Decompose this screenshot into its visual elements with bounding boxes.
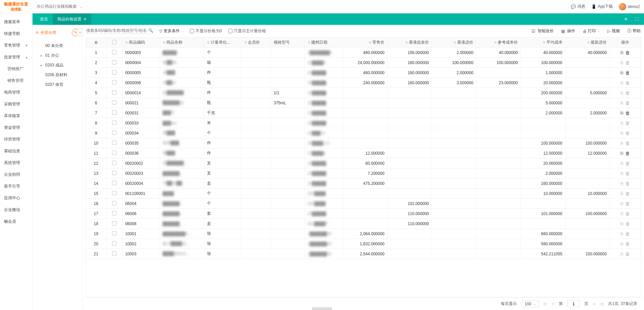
table-row[interactable]: 10000003█████个2███████0480.000000156.000… bbox=[86, 48, 641, 58]
copy-icon[interactable]: ⎘ bbox=[621, 151, 623, 156]
sidebar-item[interactable]: 企业微信 bbox=[0, 204, 32, 216]
col-checkbox[interactable] bbox=[106, 38, 122, 48]
cell-checkbox[interactable] bbox=[106, 249, 122, 259]
sidebar-item[interactable]: 系统管理 bbox=[0, 157, 32, 169]
table-row[interactable]: 1910001████████A...张2██████052,064.00000… bbox=[86, 229, 641, 239]
checkbox-icon[interactable] bbox=[112, 50, 116, 54]
table-row[interactable]: 1706006██████...套20█████110.000000101.00… bbox=[86, 209, 641, 219]
operations-button[interactable]: 操作 bbox=[561, 28, 575, 34]
copy-icon[interactable]: ⎘ bbox=[621, 60, 623, 65]
delete-icon[interactable]: 🗑 bbox=[625, 171, 630, 176]
next-page-button[interactable]: > bbox=[593, 302, 595, 306]
checkbox-icon[interactable] bbox=[112, 171, 116, 175]
checkbox-icon[interactable] bbox=[112, 131, 116, 135]
delete-icon[interactable]: 🗑 bbox=[625, 141, 630, 146]
sidebar-item[interactable]: 经营管理 bbox=[0, 134, 32, 145]
col-avgcost[interactable]: ⇅平均成本 bbox=[521, 38, 565, 48]
category-item[interactable]: 0206 原材料 bbox=[35, 70, 80, 80]
table-row[interactable]: 1400020004中██专██...盒20█████475.200000160… bbox=[86, 178, 641, 189]
checkbox-icon[interactable] bbox=[112, 90, 116, 95]
copy-icon[interactable]: ⎘ bbox=[621, 110, 623, 116]
copy-icon[interactable]: ⎘ bbox=[621, 171, 623, 176]
delete-icon[interactable]: 🗑 bbox=[625, 211, 630, 216]
col-purchase[interactable]: ⇅基准进价 bbox=[432, 38, 476, 48]
delete-icon[interactable]: 🗑 bbox=[625, 231, 630, 237]
help-button[interactable]: ⓘ帮助 bbox=[627, 28, 641, 34]
video-button[interactable]: ▷视频 bbox=[607, 28, 620, 34]
checkbox-icon[interactable] bbox=[112, 141, 116, 145]
delete-icon[interactable]: 🗑 bbox=[625, 181, 630, 186]
copy-icon[interactable]: ⎘ bbox=[621, 231, 623, 237]
cell-checkbox[interactable] bbox=[106, 209, 122, 219]
cell-checkbox[interactable] bbox=[106, 118, 122, 128]
category-item[interactable]: ▸0203 成品 bbox=[35, 60, 80, 70]
category-title[interactable]: ≡ 全部分类 ✎ bbox=[35, 28, 80, 38]
print-button[interactable]: 🖨打印⌄ bbox=[583, 28, 600, 34]
table-row[interactable]: 1606004██████...个202████102.000000⎘🗑 bbox=[86, 199, 641, 209]
hide-zero-input[interactable] bbox=[190, 29, 194, 33]
delete-icon[interactable]: 🗑 bbox=[625, 70, 630, 75]
table-row[interactable]: 1806008██████盒202████7110.000000⎘🗑 bbox=[86, 219, 641, 229]
tab-price-settings[interactable]: 商品价格设置 ✕ bbox=[53, 13, 91, 25]
checkbox-icon[interactable] bbox=[112, 100, 116, 105]
tab-home[interactable]: 首页 bbox=[35, 13, 53, 25]
cell-checkbox[interactable] bbox=[106, 128, 122, 138]
sidebar-item[interactable]: 应用中心 bbox=[0, 192, 32, 204]
page-input[interactable] bbox=[568, 300, 580, 307]
delete-icon[interactable]: 🗑 bbox=[625, 221, 630, 226]
delete-icon[interactable]: 🗑 bbox=[625, 80, 630, 86]
checkbox-icon[interactable] bbox=[112, 211, 116, 215]
last-page-button[interactable]: >| bbox=[600, 302, 603, 306]
table-row[interactable]: 1300020003██████...支20█████7.2000002.000… bbox=[86, 168, 641, 178]
delete-icon[interactable]: 🗑 bbox=[625, 120, 630, 126]
delete-icon[interactable]: 🗑 bbox=[625, 60, 630, 65]
copy-icon[interactable]: ⎘ bbox=[621, 100, 623, 106]
col-refcost[interactable]: ⇅参考成本价 bbox=[476, 38, 521, 48]
table-row[interactable]: 15001100001████个202████10.00000010.00000… bbox=[86, 189, 641, 199]
sidebar-item[interactable]: 企业协同 bbox=[0, 169, 32, 180]
copy-icon[interactable]: ⎘ bbox=[621, 191, 623, 196]
delete-icon[interactable]: 🗑 bbox=[625, 151, 630, 156]
col-latest[interactable]: ⇅最新进价 bbox=[565, 38, 610, 48]
category-item[interactable]: 0207 体育 bbox=[35, 80, 80, 90]
category-item[interactable]: ▸01 办公 bbox=[35, 51, 80, 60]
prev-page-button[interactable]: < bbox=[552, 302, 554, 306]
sidebar-item[interactable]: 批发管理▲ bbox=[0, 51, 32, 63]
table-row[interactable]: 9000034奥███个20███23⎘🗑 bbox=[86, 128, 641, 138]
copy-icon[interactable]: ⎘ bbox=[621, 80, 623, 86]
table-row[interactable]: 40000006消██水瓶20█████240.000000160.000000… bbox=[86, 78, 641, 88]
copy-icon[interactable]: ⎘ bbox=[621, 50, 623, 55]
col-retail[interactable]: ⇅零售价 bbox=[343, 38, 387, 48]
col-spec[interactable]: 规格型号 bbox=[271, 38, 305, 48]
cell-checkbox[interactable] bbox=[106, 168, 122, 178]
hide-zero-checkbox[interactable]: 不显示价格为0 bbox=[190, 28, 222, 34]
data-table-wrap[interactable]: ⚙ ⇅商品编码 ⇅商品名称 ⇅计量单位... ⇅会员价 规格型号 ⇅建档日期 ⇅… bbox=[86, 37, 641, 297]
delete-icon[interactable]: 🗑 bbox=[625, 201, 630, 206]
checkbox-icon[interactable] bbox=[112, 221, 116, 225]
copy-icon[interactable]: ⎘ bbox=[621, 90, 623, 96]
cell-checkbox[interactable] bbox=[106, 58, 122, 68]
workspace-selector[interactable]: 办公用品行业模拟账套 ⌄ bbox=[37, 4, 83, 9]
copy-icon[interactable]: ⎘ bbox=[621, 120, 623, 126]
checkbox-icon[interactable] bbox=[112, 161, 116, 165]
delete-icon[interactable]: 🗑 bbox=[625, 90, 630, 96]
copy-icon[interactable]: ⎘ bbox=[621, 181, 623, 186]
delete-icon[interactable]: 🗑 bbox=[625, 50, 630, 55]
collapse-panel-button[interactable]: « bbox=[77, 28, 83, 36]
table-row[interactable]: 11000036测███件20████812.00000012.00000012… bbox=[86, 148, 641, 158]
copy-icon[interactable]: ⎘ bbox=[621, 161, 623, 166]
bottom-drawer-handle[interactable] bbox=[312, 307, 332, 310]
sidebar-item[interactable]: 零售管理▼ bbox=[0, 40, 32, 51]
table-row[interactable]: 1200020002得██████...支20█████60.00000020.… bbox=[86, 158, 641, 168]
delete-icon[interactable]: 🗑 bbox=[625, 110, 630, 116]
table-row[interactable]: 50000014杜██████件1/120█████200.0000005.00… bbox=[86, 88, 641, 98]
copy-icon[interactable]: ⎘ bbox=[621, 241, 623, 247]
table-row[interactable]: 8000033███est米20█████⎘🗑 bbox=[86, 118, 641, 128]
cell-checkbox[interactable] bbox=[106, 178, 122, 189]
table-row[interactable]: 6000021██████品瓶375mL20█████5.000000⎘🗑 bbox=[86, 98, 641, 108]
col-gear[interactable]: ⚙ bbox=[86, 38, 106, 48]
checkbox-icon[interactable] bbox=[112, 231, 116, 236]
checkbox-icon[interactable] bbox=[112, 70, 116, 74]
table-row[interactable]: 20000004收██线箱20████824,000.000000180.000… bbox=[86, 58, 641, 68]
cell-checkbox[interactable] bbox=[106, 219, 122, 229]
